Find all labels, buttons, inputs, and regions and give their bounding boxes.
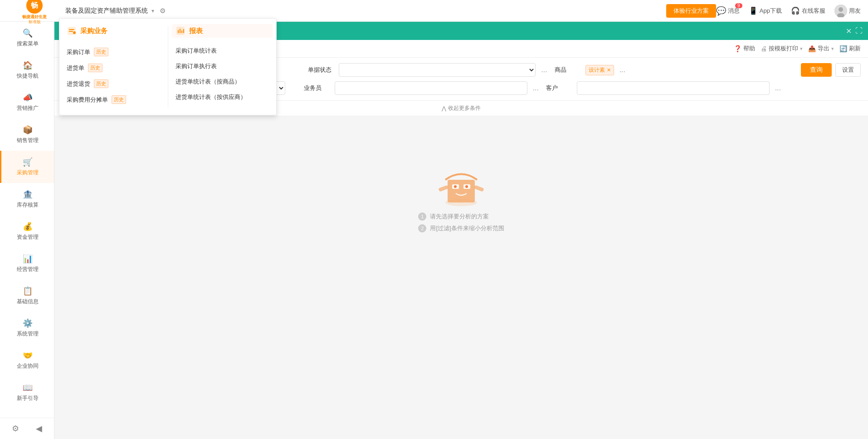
- sidebar-bottom: ⚙ ◀: [0, 418, 54, 439]
- svg-text:畅: 畅: [31, 1, 38, 9]
- system-dropdown-arrow[interactable]: ▾: [151, 8, 154, 14]
- report-col: 报表 采购订单统计表 采购订单执行表 进货单统计表（按商品） 进货单统计表（按供…: [176, 26, 269, 108]
- query-btn[interactable]: 查询: [801, 63, 832, 77]
- customer-dots[interactable]: ...: [775, 84, 781, 92]
- export-btn[interactable]: 📤 导出 ▾: [808, 44, 834, 53]
- dropdown-item-incoming-stat-goods[interactable]: 进货单统计表（按商品）: [176, 74, 269, 89]
- collapse-up-icon: ⋀: [442, 105, 446, 112]
- settings-icon-btn[interactable]: ⚙: [160, 7, 166, 15]
- dropdown-item-purchase-order-stat[interactable]: 采购订单统计表: [176, 43, 269, 59]
- sidebar-item-cooperation[interactable]: 🤝 企业协同: [0, 344, 54, 376]
- marketing-icon: 📣: [23, 93, 33, 103]
- print-icon: 🖨: [761, 45, 767, 52]
- incoming-return-label: 进货退货: [67, 80, 90, 88]
- purchase-order-label: 采购订单: [67, 48, 90, 56]
- help-btn[interactable]: ❓ 帮助: [734, 44, 755, 53]
- salesperson-dots[interactable]: ...: [533, 84, 539, 92]
- app-download-btn[interactable]: 📱 App下载: [749, 6, 782, 15]
- notification-badge: 9: [735, 3, 742, 8]
- notification-btn[interactable]: 💬 消息 9: [716, 6, 740, 16]
- dropdown-item-incoming-return[interactable]: 进货退货 历史: [67, 76, 161, 92]
- svg-rect-12: [473, 185, 484, 192]
- set-btn[interactable]: 设置: [835, 63, 861, 77]
- purchase-col-title: 采购业务: [67, 26, 161, 39]
- voucher-status-select[interactable]: [339, 63, 536, 77]
- sidebar-item-operations[interactable]: 📊 经营管理: [0, 247, 54, 280]
- user-btn[interactable]: 用友: [834, 5, 861, 17]
- system-title-text: 装备及固定资产辅助管理系统: [65, 7, 148, 15]
- template-print-label: 按模板打印: [769, 44, 798, 53]
- template-print-btn[interactable]: 🖨 按模板打印 ▾: [761, 44, 803, 53]
- incoming-stat-goods-label: 进货单统计表（按商品）: [176, 78, 240, 86]
- finance-icon: 💰: [23, 222, 33, 232]
- purchase-fee-history-badge: 历史: [112, 95, 126, 104]
- salesperson-input[interactable]: [335, 81, 527, 95]
- sidebar-item-basic-info[interactable]: 📋 基础信息: [0, 280, 54, 312]
- operations-icon: 📊: [23, 254, 33, 264]
- logo-icon: 畅: [26, 0, 43, 14]
- goods-tag-text: 设计素: [589, 66, 605, 74]
- empty-state: 1 请先选择要分析的方案 2 用[过滤]条件来缩小分析范围: [54, 162, 868, 232]
- purchase-col-icon: [67, 26, 77, 36]
- user-label: 用友: [849, 7, 861, 15]
- avatar: [834, 5, 847, 17]
- dropdown-divider: [168, 26, 168, 108]
- report-col-label: 报表: [189, 27, 203, 35]
- sidebar-settings-btn[interactable]: ⚙: [12, 424, 19, 434]
- voucher-status-dots[interactable]: ...: [541, 66, 547, 74]
- brand-name: 畅捷通好生意: [22, 15, 47, 20]
- sidebar-item-marketing[interactable]: 📣 营销推广: [0, 86, 54, 118]
- purchase-icon: 🛒: [23, 157, 33, 167]
- goods-dots[interactable]: ...: [619, 66, 625, 74]
- refresh-btn[interactable]: 🔄 刷新: [839, 44, 861, 53]
- tip-1-text: 请先选择要分析的方案: [430, 212, 489, 221]
- sidebar-item-inventory[interactable]: 🏦 库存核算: [0, 183, 54, 215]
- collapse-btn[interactable]: ⋀ 收起更多条件: [442, 104, 481, 112]
- sidebar-item-guide[interactable]: 📖 新手引导: [0, 376, 54, 409]
- tab-bar-maximize-btn[interactable]: ⛶: [855, 27, 863, 35]
- dropdown-item-purchase-order[interactable]: 采购订单 历史: [67, 44, 161, 60]
- filter-customer: 客户 ...: [546, 81, 781, 95]
- sidebar-item-finance[interactable]: 💰 资金管理: [0, 215, 54, 247]
- search-icon: 🔍: [23, 28, 33, 38]
- report-col-title: 报表: [172, 24, 273, 38]
- filter-salesperson: 业务员 ...: [304, 81, 539, 95]
- dropdown-item-purchase-fee[interactable]: 采购费用分摊单 历史: [67, 92, 161, 108]
- empty-illustration: [434, 162, 488, 207]
- filter-actions: 查询 设置: [801, 63, 861, 77]
- basic-info-icon: 📋: [23, 286, 33, 296]
- svg-rect-6: [448, 180, 475, 202]
- headset-icon: 🎧: [791, 6, 800, 15]
- purchase-col: 采购业务 采购订单 历史 进货单 历史 进货退货 历史 采购费用分摊单 历史: [67, 26, 161, 108]
- industry-button[interactable]: 体验行业方案: [666, 4, 716, 18]
- goods-tag-close[interactable]: ✕: [607, 67, 611, 73]
- dropdown-item-incoming-stat-supplier[interactable]: 进货单统计表（按供应商）: [176, 89, 269, 105]
- home-icon: 🏠: [23, 60, 33, 70]
- incoming-label: 进货单: [67, 64, 84, 72]
- incoming-stat-supplier-label: 进货单统计表（按供应商）: [176, 93, 246, 101]
- sidebar-item-quick-nav[interactable]: 🏠 快捷导航: [0, 54, 54, 86]
- tab-bar-close-btn[interactable]: ✕: [846, 27, 852, 35]
- incoming-history-badge: 历史: [88, 64, 102, 72]
- tip-2: 2 用[过滤]条件来缩小分析范围: [418, 224, 504, 232]
- sidebar-item-search[interactable]: 🔍 搜索菜单: [0, 22, 54, 54]
- export-dropdown-icon[interactable]: ▾: [831, 46, 834, 52]
- inventory-icon: 🏦: [23, 189, 33, 199]
- message-icon: 💬: [716, 6, 726, 16]
- dropdown-item-incoming[interactable]: 进货单 历史: [67, 60, 161, 76]
- customer-input[interactable]: [577, 81, 770, 95]
- sidebar-item-purchase[interactable]: 🛒 采购管理: [0, 151, 54, 183]
- sidebar-item-sales[interactable]: 📦 销售管理: [0, 118, 54, 151]
- goods-tag: 设计素 ✕: [585, 65, 614, 75]
- purchase-order-history-badge: 历史: [94, 48, 108, 56]
- filter-voucher-status: 单据状态 ...: [308, 63, 547, 77]
- print-dropdown-icon[interactable]: ▾: [800, 46, 803, 52]
- dropdown-item-purchase-order-exec[interactable]: 采购订单执行表: [176, 59, 269, 74]
- sidebar-collapse-btn[interactable]: ◀: [36, 424, 42, 434]
- customer-label: 客户: [546, 84, 573, 92]
- online-service-btn[interactable]: 🎧 在线客服: [791, 6, 825, 15]
- edition-label: 标准版: [22, 20, 47, 25]
- system-icon: ⚙️: [23, 318, 33, 328]
- sidebar: 🔍 搜索菜单 🏠 快捷导航 📣 营销推广 📦 销售管理 🛒 采购管理 🏦 库存核…: [0, 22, 54, 439]
- sidebar-item-system[interactable]: ⚙️ 系统管理: [0, 312, 54, 344]
